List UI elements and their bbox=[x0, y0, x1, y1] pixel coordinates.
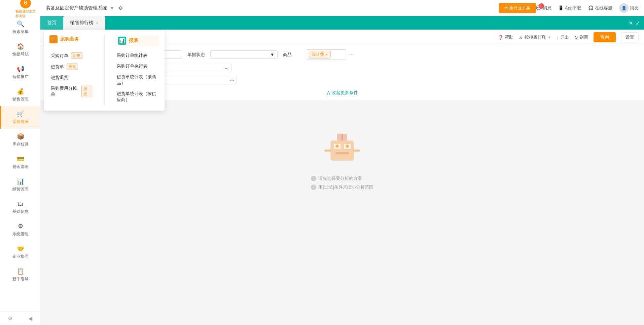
dropdown-divider bbox=[104, 35, 105, 105]
tab-home-label: 首页 bbox=[47, 20, 57, 26]
print-button[interactable]: 🖨 按模板打印 ▼ bbox=[519, 34, 551, 40]
sidebar: 🔍 搜索菜单 🏠 快捷导航 📢 营销推广 💰 销售管理 🛒 采购管理 📦 库存核… bbox=[0, 16, 40, 325]
online-service-button[interactable]: 🎧 在线客服 bbox=[588, 5, 612, 11]
sales-icon: 💰 bbox=[17, 88, 24, 95]
sidebar-item-system-label: 系统管理 bbox=[12, 231, 29, 237]
sidebar-item-nav[interactable]: 🏠 快捷导航 bbox=[0, 39, 40, 61]
refresh-icon: ↻ bbox=[574, 35, 578, 40]
dropdown-item-order-stats[interactable]: 采购订单统计表 bbox=[115, 50, 159, 61]
sidebar-item-nav-label: 快捷导航 bbox=[12, 51, 29, 57]
sidebar-item-sales[interactable]: 💰 销售管理 bbox=[0, 84, 40, 106]
dropdown-item-incoming-by-supplier[interactable]: 进货单统计表（按供应商） bbox=[115, 88, 159, 105]
print-arrow-icon: ▼ bbox=[548, 35, 551, 39]
message-badge: 6 bbox=[539, 3, 544, 9]
sidebar-collapse-icon[interactable]: ◀ bbox=[28, 315, 32, 322]
sidebar-item-collab[interactable]: 🤝 企业协同 bbox=[0, 241, 40, 263]
ops-icon: 📊 bbox=[17, 178, 24, 185]
tab-bar: 首页 销售排行榜 × ✕ ⤢ bbox=[40, 16, 644, 30]
purchase-title-text: 采购业务 bbox=[60, 36, 79, 42]
topbar-right: 💬 6 消息 📱 App下载 🎧 在线客服 👤 用友 bbox=[536, 3, 639, 13]
dropdown-item-return[interactable]: 进货退货 bbox=[49, 72, 94, 83]
logo-text: 畅捷通好生意 标准版 bbox=[15, 9, 36, 18]
market-icon: 📢 bbox=[17, 65, 24, 73]
home-icon: 🏠 bbox=[17, 43, 24, 50]
expense-hist-badge: 历史 bbox=[81, 86, 92, 97]
dropdown-item-incoming[interactable]: 进货单 历史 bbox=[49, 61, 94, 72]
service-icon: 🎧 bbox=[588, 5, 594, 10]
print-icon: 🖨 bbox=[519, 35, 523, 40]
goods-tag-close[interactable]: × bbox=[325, 52, 328, 57]
svg-rect-0 bbox=[330, 140, 354, 161]
guide-icon: 📋 bbox=[17, 268, 24, 275]
svg-point-4 bbox=[346, 145, 349, 148]
bill-status-select[interactable]: ▼ bbox=[210, 50, 278, 59]
dropdown-purchase-title: 🛒 采购业务 bbox=[49, 35, 94, 46]
dropdown-item-order-exec-label: 采购订单执行表 bbox=[117, 63, 147, 69]
refresh-button[interactable]: ↻ 刷新 bbox=[574, 34, 588, 40]
dropdown-item-purchase-order[interactable]: 采购订单 历史 bbox=[49, 50, 94, 61]
sidebar-item-guide[interactable]: 📋 新手引导 bbox=[0, 263, 40, 286]
collapse-label: 收起更多条件 bbox=[332, 90, 358, 96]
search-icon: 🔍 bbox=[17, 20, 24, 28]
refresh-label: 刷新 bbox=[579, 34, 588, 40]
tab-close-icon[interactable]: × bbox=[96, 21, 99, 25]
help-icon: ❓ bbox=[498, 35, 503, 40]
dropdown-item-expense[interactable]: 采购费用分摊单 历史 bbox=[49, 83, 94, 100]
goods-tag-text: 设计费 bbox=[312, 52, 324, 57]
tab-close-all-icon[interactable]: ✕ bbox=[629, 20, 633, 26]
title-arrow-icon[interactable]: ▼ bbox=[110, 5, 114, 11]
sidebar-item-purchase-label: 采购管理 bbox=[12, 119, 29, 125]
sidebar-item-inventory-label: 库存核算 bbox=[12, 141, 29, 147]
sidebar-item-purchase[interactable]: 🛒 采购管理 bbox=[0, 106, 40, 129]
user-button[interactable]: 👤 用友 bbox=[619, 3, 639, 13]
app-download-button[interactable]: 📱 App下载 bbox=[558, 5, 581, 11]
sidebar-item-ops[interactable]: 📊 经营管理 bbox=[0, 174, 40, 196]
dropdown-item-order-exec[interactable]: 采购订单执行表 bbox=[115, 61, 159, 72]
bill-status-label: 单据状态 bbox=[187, 52, 208, 58]
sidebar-item-base-label: 基础信息 bbox=[12, 209, 29, 214]
user-avatar: 👤 bbox=[619, 3, 629, 13]
sidebar-settings-icon[interactable]: ⚙ bbox=[8, 315, 12, 322]
salesman-more-icon[interactable]: ··· bbox=[225, 66, 228, 71]
svg-point-3 bbox=[335, 145, 339, 148]
sidebar-item-finance[interactable]: 💳 资金管理 bbox=[0, 151, 40, 174]
query-button[interactable]: 查询 bbox=[594, 32, 616, 42]
goods-more-icon[interactable]: ··· bbox=[349, 51, 354, 58]
dropdown-item-incoming-by-goods-label: 进货单统计表（按商品） bbox=[117, 74, 158, 86]
help-button[interactable]: ❓ 帮助 bbox=[498, 34, 513, 40]
dropdown-menu: 🛒 采购业务 采购订单 历史 进货单 历史 进货退货 采购费用分摊单 历史 📊 … bbox=[44, 30, 165, 111]
dropdown-item-incoming-by-goods[interactable]: 进货单统计表（按商品） bbox=[115, 72, 159, 88]
settings-icon[interactable]: ⚙ bbox=[118, 5, 123, 11]
tab-sales-rank[interactable]: 销售排行榜 × bbox=[63, 16, 105, 30]
filter-bill-status: 单据状态 ▼ bbox=[187, 50, 278, 59]
empty-tip-2-text: 用[过滤]条件来缩小分析范围 bbox=[318, 183, 373, 192]
filter-goods: 商品 设计费 × ··· bbox=[283, 49, 354, 60]
sidebar-item-inventory[interactable]: 📦 库存核算 bbox=[0, 129, 40, 151]
print-label: 按模板打印 bbox=[525, 34, 546, 40]
topbar: 6 畅捷通好生意 标准版 装备及固定资产辅助管理系统 ▼ ⚙ 体验行业方案 💬 … bbox=[0, 0, 644, 16]
sidebar-item-finance-label: 资金管理 bbox=[12, 164, 29, 170]
sidebar-item-collab-label: 企业协同 bbox=[12, 254, 29, 259]
sidebar-item-base[interactable]: 🗂 基础信息 bbox=[0, 196, 40, 218]
salesman-select[interactable]: ··· bbox=[164, 64, 231, 72]
trial-button[interactable]: 体验行业方案 bbox=[499, 3, 536, 13]
logo: 6 畅捷通好生意 标准版 bbox=[5, 0, 46, 18]
settings-button[interactable]: 设置 bbox=[621, 32, 639, 42]
sidebar-item-search[interactable]: 🔍 搜索菜单 bbox=[0, 16, 40, 39]
customer-more-icon[interactable]: ··· bbox=[230, 78, 234, 83]
tab-maximize-icon[interactable]: ⤢ bbox=[636, 20, 640, 26]
sidebar-item-market[interactable]: 📢 营销推广 bbox=[0, 61, 40, 84]
app-icon: 📱 bbox=[558, 5, 564, 10]
sidebar-item-sales-label: 销售管理 bbox=[12, 96, 29, 102]
sidebar-item-system[interactable]: ⚙ 系统管理 bbox=[0, 218, 40, 241]
dropdown-item-order-stats-label: 采购订单统计表 bbox=[117, 52, 147, 58]
bill-status-arrow-icon: ▼ bbox=[270, 52, 275, 57]
message-button[interactable]: 💬 6 消息 bbox=[536, 5, 551, 11]
logo-main-text: 畅捷通好生意 bbox=[15, 9, 36, 14]
sidebar-item-guide-label: 新手引导 bbox=[12, 276, 29, 282]
finance-icon: 💳 bbox=[17, 155, 24, 163]
report-title-text: 报表 bbox=[129, 38, 138, 44]
logo-icon: 6 bbox=[20, 0, 31, 8]
incoming-hist-badge: 历史 bbox=[67, 64, 78, 70]
export-button[interactable]: ↑ 导出 bbox=[557, 34, 569, 40]
